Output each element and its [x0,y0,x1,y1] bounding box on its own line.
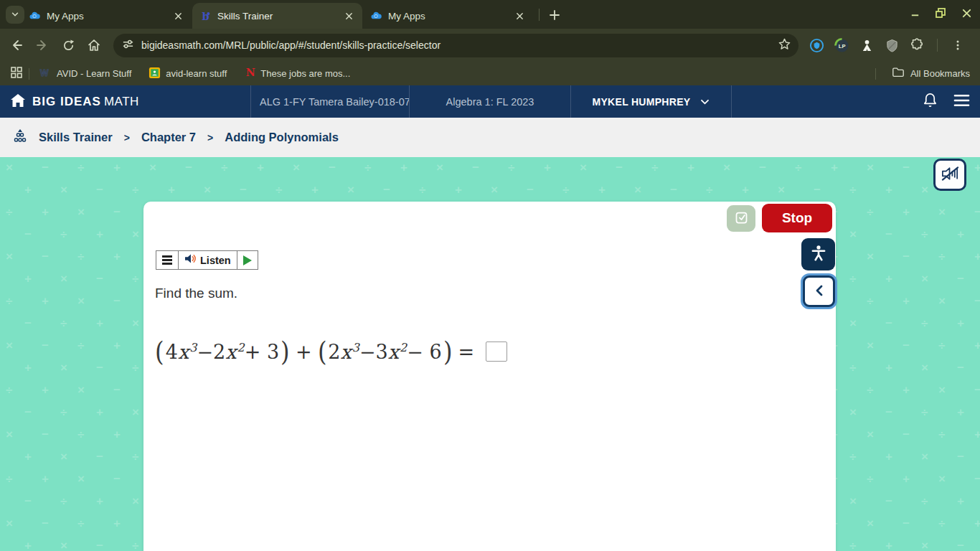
blue-shield-extension-icon[interactable] [809,37,824,53]
pattern-symbol: + [113,250,121,263]
pattern-symbol: × [6,161,13,174]
question-prompt: Find the sum. [155,286,237,301]
pattern-symbol: + [42,206,49,218]
pattern-symbol: × [347,184,354,196]
tab-my-apps-1[interactable]: My Apps [22,3,192,29]
pattern-symbol: × [867,161,874,174]
lastpass-extension-icon[interactable]: LP [834,37,849,53]
close-icon[interactable] [171,9,184,22]
course-cell[interactable]: Algebra 1: FL 2023 [409,85,570,118]
pattern-symbol: × [6,250,13,263]
pattern-symbol: × [77,206,85,218]
pattern-symbol: × [867,517,874,529]
bell-icon[interactable] [923,92,938,111]
pattern-symbol: ÷ [60,317,67,329]
pattern-symbol: − [113,295,121,307]
pattern-symbol: − [24,495,32,507]
breadcrumb-chapter-7[interactable]: Chapter 7 [141,131,196,144]
class-section-cell[interactable]: ALG 1-FY Tamera Bailey-018-07--12 [250,85,409,118]
close-icon[interactable] [342,9,355,22]
forward-icon[interactable] [33,36,52,55]
bookmark-these-jobs[interactable]: N These jobs are mos... [244,67,350,80]
pattern-symbol: × [849,317,857,329]
pattern-symbol: + [885,184,892,196]
home-icon[interactable] [85,36,103,55]
pattern-symbol: + [903,206,910,218]
collapse-panel-button[interactable] [803,276,835,307]
menu-kebab-icon[interactable] [950,37,966,53]
pattern-symbol: ÷ [77,161,84,174]
pattern-symbol: × [921,362,928,374]
bookmark-label: avid-learn stuff [166,68,227,79]
url-text[interactable]: bigideasmath.com/MRL/public/app/#/studen… [141,39,778,51]
breadcrumb-adding-polynomials[interactable]: Adding Polynomials [225,131,339,144]
big-ideas-math-logo[interactable]: BIG IDEASMATH [10,85,139,118]
tab-my-apps-2[interactable]: My Apps [363,3,533,29]
pattern-symbol: ÷ [849,362,856,374]
apps-grid-icon[interactable] [10,66,23,82]
equation-token: x3 [341,341,359,363]
equation-token: − [197,341,213,363]
breadcrumb-skills-trainer[interactable]: Skills Trainer [39,131,113,144]
main-content: ×−÷+×−÷+×−÷+×−÷+×−÷+×−÷+×−÷++×−÷+×−÷+×−÷… [0,157,980,551]
listen-menu-button[interactable] [156,251,178,269]
close-paren: ) [280,338,290,365]
tab-strip: My Apps b Skills Trainer My Apps [0,0,980,29]
big-ideas-b-icon: b [199,10,212,22]
user-name-label: MYKEL HUMPHREY [593,96,691,108]
pattern-symbol: × [491,184,498,196]
bookmark-avid-learn-stuff-2[interactable]: avid-learn stuff [149,67,227,81]
person-extension-icon[interactable] [859,37,875,53]
pattern-symbol: + [96,495,103,507]
bookmark-label: AVID - Learn Stuff [57,68,131,79]
address-bar[interactable]: bigideasmath.com/MRL/public/app/#/studen… [113,34,798,57]
classlink-cloud-icon [29,10,41,22]
stop-button[interactable]: Stop [762,204,832,232]
pattern-symbol: ÷ [77,428,84,441]
pattern-symbol: ÷ [867,384,873,396]
tab-skills-trainer[interactable]: b Skills Trainer [192,3,362,29]
pattern-symbol: × [132,495,139,507]
site-settings-icon[interactable] [122,38,134,53]
answer-input[interactable] [486,342,507,362]
new-tab-button[interactable] [545,6,563,24]
grey-shield-extension-icon[interactable] [884,37,900,53]
pattern-symbol: + [96,406,103,418]
listen-button[interactable]: Listen [178,251,237,269]
svg-text:N: N [246,67,255,78]
pattern-symbol: − [670,184,677,196]
user-menu[interactable]: MYKEL HUMPHREY [570,85,732,118]
close-paren: ) [443,338,453,365]
pattern-symbol: ÷ [938,339,945,352]
mute-audio-button[interactable] [933,159,966,191]
pattern-symbol: × [849,495,857,507]
play-button[interactable] [237,251,258,269]
pattern-symbol: × [436,161,443,174]
play-icon [243,255,252,265]
close-window-button[interactable] [958,5,974,21]
pattern-symbol: + [24,273,32,285]
pattern-symbol: + [742,184,749,196]
pattern-symbol: + [974,161,980,174]
pattern-symbol: − [96,451,103,463]
accessibility-button[interactable] [801,238,835,270]
bookmark-avid-learn-stuff[interactable]: W AVID - Learn Stuff [39,67,131,81]
pattern-symbol: ÷ [921,495,928,507]
bookmark-star-icon[interactable] [778,37,791,54]
pattern-symbol: ÷ [849,540,856,551]
pattern-symbol: − [957,540,964,551]
close-icon[interactable] [513,9,526,22]
reload-icon[interactable] [59,36,77,55]
pattern-symbol: − [472,161,479,174]
equation-token: x3 [178,341,197,363]
hamburger-menu-icon[interactable] [953,94,970,110]
extensions-puzzle-icon[interactable] [909,37,925,53]
all-bookmarks-label: All Bookmarks [910,68,970,79]
all-bookmarks[interactable]: All Bookmarks [870,66,970,81]
pattern-symbol: − [240,184,247,196]
scratchpad-button[interactable] [727,205,755,232]
pattern-symbol: + [974,517,980,529]
minimize-button[interactable] [907,5,923,21]
back-icon[interactable] [7,36,26,55]
restore-button[interactable] [933,5,948,21]
